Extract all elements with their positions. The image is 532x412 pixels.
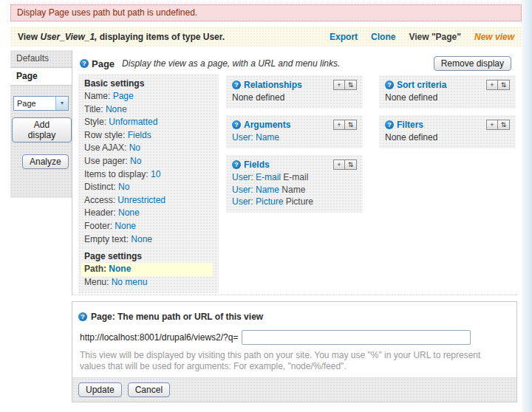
filters-title[interactable]: Filters xyxy=(397,118,423,131)
path-url-row: http://localhost:8001/drupal6/views2/?q= xyxy=(72,322,516,345)
setting-row: Footer: None xyxy=(84,220,213,233)
page-settings-box: Page settings Path: None Menu: No menu xyxy=(78,247,219,293)
clone-link[interactable]: Clone xyxy=(371,32,395,42)
help-icon[interactable]: ? xyxy=(78,312,87,321)
help-icon[interactable]: ? xyxy=(232,160,241,169)
path-form-title: Page: The menu path or URL of this view xyxy=(91,312,263,322)
view-page-link[interactable]: View "Page" xyxy=(409,32,461,42)
update-button[interactable]: Update xyxy=(78,382,122,397)
view-name: User_View_1, xyxy=(40,32,97,42)
help-icon[interactable]: ? xyxy=(385,80,394,89)
export-link[interactable]: Export xyxy=(330,32,358,42)
setting-row: Header: None xyxy=(84,207,213,220)
arguments-box: ? Arguments + ⇅ User: Name xyxy=(226,115,363,148)
rearrange-icon[interactable]: ⇅ xyxy=(498,80,510,90)
setting-row: Use pager: No xyxy=(84,155,213,168)
display-type-select[interactable]: Page ▼ xyxy=(13,96,69,111)
path-form-footer: Update Cancel xyxy=(72,377,516,402)
path-input[interactable] xyxy=(242,330,471,345)
basic-settings-box: Basic settings Name: Page Title: None St… xyxy=(78,74,219,264)
remove-display-button[interactable]: Remove display xyxy=(434,56,511,71)
setting-link[interactable]: No xyxy=(118,182,129,192)
add-icon[interactable]: + xyxy=(486,120,498,130)
tab-defaults[interactable]: Defaults xyxy=(10,50,72,68)
error-message: Display Page uses path but path is undef… xyxy=(10,4,522,21)
menu-setting-link[interactable]: No menu xyxy=(112,277,148,287)
rearrange-icon[interactable]: ⇅ xyxy=(345,80,357,90)
menu-setting-row: Menu: No menu xyxy=(84,276,213,289)
chevron-down-icon: ▼ xyxy=(55,97,68,110)
view-title-suffix: displaying items of type User. xyxy=(97,32,225,42)
setting-row: Style: Unformatted xyxy=(84,116,213,129)
fields-title[interactable]: Fields xyxy=(244,158,270,171)
help-icon[interactable]: ? xyxy=(232,120,241,129)
view-title-prefix: View xyxy=(18,32,40,42)
setting-link[interactable]: Fields xyxy=(128,130,151,140)
setting-link[interactable]: Unformatted xyxy=(109,117,157,127)
display-description: Display the view as a page, with a URL a… xyxy=(122,58,340,69)
arguments-title[interactable]: Arguments xyxy=(244,118,290,131)
field-item: User: E-mail E-mail xyxy=(232,171,357,184)
url-prefix: http://localhost:8001/drupal6/views2/?q= xyxy=(80,332,238,343)
sort-criteria-empty-text: None defined xyxy=(385,92,510,104)
header-links: Export Clone View "Page" New view xyxy=(330,32,514,42)
setting-link[interactable]: No xyxy=(130,156,141,166)
display-panel-header: ? Page Display the view as a page, with … xyxy=(72,50,517,71)
relationships-title[interactable]: Relationships xyxy=(244,78,302,92)
setting-row: Use AJAX: No xyxy=(84,142,213,155)
rearrange-icon[interactable]: ⇅ xyxy=(498,120,510,130)
add-icon[interactable]: + xyxy=(486,80,498,90)
help-icon[interactable]: ? xyxy=(385,120,394,129)
rearrange-icon[interactable]: ⇅ xyxy=(345,120,357,130)
window-edge-strip xyxy=(522,0,532,412)
display-settings-panel: ? Page Display the view as a page, with … xyxy=(72,50,517,295)
setting-row: Row style: Fields xyxy=(84,129,213,143)
setting-link[interactable]: Unrestricted xyxy=(117,195,166,205)
analyze-button[interactable]: Analyze xyxy=(22,154,69,169)
filters-box: ? Filters + ⇅ None defined xyxy=(379,115,516,148)
help-icon[interactable]: ? xyxy=(80,59,89,68)
setting-row: Access: Unrestricted xyxy=(84,194,213,207)
path-form: ? Page: The menu path or URL of this vie… xyxy=(72,301,517,402)
relationships-box: ? Relationships + ⇅ None defined xyxy=(226,75,363,109)
add-icon[interactable]: + xyxy=(333,120,345,130)
new-view-link[interactable]: New view xyxy=(474,32,514,42)
rearrange-icon[interactable]: ⇅ xyxy=(345,159,357,170)
setting-link[interactable]: None xyxy=(131,234,152,244)
sort-criteria-box: ? Sort criteria + ⇅ None defined xyxy=(379,75,516,109)
cancel-button[interactable]: Cancel xyxy=(128,382,170,397)
path-setting-row: Path: None xyxy=(81,263,213,276)
add-display-button[interactable]: Add display xyxy=(12,117,72,143)
display-tabs-sidebar: Defaults Page Page ▼ Add display Analyze xyxy=(10,50,72,198)
setting-link[interactable]: No xyxy=(129,143,140,153)
basic-settings-title: Basic settings xyxy=(84,77,213,90)
views-ui-page: Display Page uses path but path is undef… xyxy=(0,0,532,412)
setting-row: Items to display: 10 xyxy=(84,168,213,182)
view-title: View User_View_1, displaying items of ty… xyxy=(18,32,225,42)
fields-box: ? Fields + ⇅ User: E-mail E-mail User: N… xyxy=(226,155,363,213)
path-setting-link[interactable]: None xyxy=(109,264,131,274)
relationships-empty-text: None defined xyxy=(232,92,357,104)
filters-empty-text: None defined xyxy=(385,131,510,144)
setting-link[interactable]: None xyxy=(118,207,140,218)
help-icon[interactable]: ? xyxy=(232,80,241,89)
sort-criteria-title[interactable]: Sort criteria xyxy=(397,78,446,92)
argument-item: User: Name xyxy=(232,131,357,144)
setting-row: Empty text: None xyxy=(84,233,213,247)
display-title: Page xyxy=(92,58,115,69)
setting-link[interactable]: 10 xyxy=(151,169,160,179)
display-type-select-value: Page xyxy=(14,99,55,108)
add-icon[interactable]: + xyxy=(333,80,345,90)
setting-link[interactable]: Page xyxy=(113,91,134,101)
field-item: User: Picture Picture xyxy=(232,196,357,208)
setting-link[interactable]: None xyxy=(115,221,136,231)
error-message-text: Display Page uses path but path is undef… xyxy=(17,7,197,18)
field-item: User: Name Name xyxy=(232,184,357,196)
view-header-bar: View User_View_1, displaying items of ty… xyxy=(10,27,522,47)
tab-page[interactable]: Page xyxy=(10,68,72,86)
setting-row: Title: None xyxy=(84,103,213,117)
setting-row: Name: Page xyxy=(84,90,213,103)
setting-link[interactable]: None xyxy=(106,104,127,114)
add-icon[interactable]: + xyxy=(333,159,345,170)
path-form-description: This view will be displayed by visiting … xyxy=(72,345,516,372)
